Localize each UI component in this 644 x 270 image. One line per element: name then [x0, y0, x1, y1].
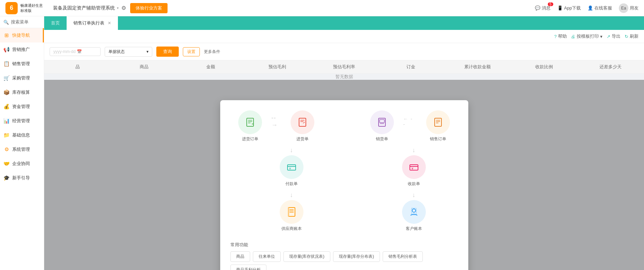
trial-button[interactable]: 体验行业方案: [130, 3, 168, 13]
sidebar-item-purchase[interactable]: 🛒 采购管理: [0, 71, 44, 85]
online-service-button[interactable]: 👤 在线客服: [588, 5, 612, 11]
flow-item-purchase-bill[interactable]: 进货单: [283, 110, 323, 142]
sales-order-icon: [426, 110, 450, 134]
flow-item-payment[interactable]: ¥ 付款单: [271, 155, 312, 187]
common-btn-product-margin[interactable]: 商品毛利分析: [230, 265, 266, 270]
col-est-margin: 预估毛利: [244, 64, 311, 70]
purchase-order-label: 进货订单: [242, 136, 258, 142]
no-data-message: 暂无数据: [44, 74, 644, 80]
common-buttons-row1: 商品 往来单位 现存量(库存状况表) 现存量(库存分布表) 销售毛利分析表 商品…: [230, 251, 458, 270]
modal-overlay[interactable]: 进货订单 - - → 进货单: [44, 80, 644, 270]
refresh-button[interactable]: ↻ 刷新: [625, 33, 639, 39]
sidebar-item-inventory[interactable]: 📦 库存核算: [0, 85, 44, 100]
tab-sales-exec[interactable]: 销售订单执行表 ✕: [67, 16, 118, 30]
col-product-thumb: 品: [44, 64, 111, 70]
sidebar-item-system[interactable]: ⚙ 系统管理: [0, 142, 44, 157]
base-info-icon: 📁: [3, 132, 10, 138]
svg-point-25: [412, 209, 416, 212]
set-button[interactable]: 设置: [183, 47, 200, 56]
operations-icon: 📊: [3, 118, 10, 124]
print-icon: 🖨: [571, 34, 575, 39]
sidebar-item-collab[interactable]: 🤝 企业协同: [0, 157, 44, 171]
app-download-button[interactable]: 📱 App下载: [557, 5, 581, 11]
svg-text:¥: ¥: [411, 167, 414, 170]
help-button[interactable]: ? 帮助: [554, 33, 567, 39]
marketing-icon: 📢: [3, 47, 10, 53]
payment-label: 付款单: [285, 181, 298, 187]
flow-item-sales-bill[interactable]: 销货单: [362, 110, 402, 142]
sidebar-item-operations[interactable]: 📊 经营管理: [0, 114, 44, 128]
print-button[interactable]: 🖨 按模板打印 ▾: [571, 33, 603, 39]
search-menu-button[interactable]: 🔍 搜索菜单: [0, 16, 44, 28]
flow-section: 进货订单 - - → 进货单: [230, 110, 458, 235]
logo-text: 畅康通好生意 标准版: [20, 3, 43, 13]
print-arrow-icon: ▾: [600, 34, 603, 39]
svg-rect-24: [288, 208, 289, 216]
main-content: 首页 销售订单执行表 ✕ ? 帮助 🖨 按模板打印 ▾: [44, 16, 644, 270]
sales-bill-label: 销货单: [376, 136, 388, 142]
avatar: Ea: [619, 3, 628, 13]
user-profile[interactable]: Ea 用友: [619, 3, 639, 13]
flow-item-receipt[interactable]: ¥ 收款单: [394, 155, 434, 187]
top-bar: 6 畅康通好生意 标准版 装备及固定资产辅助管理系统 ▾ ⚙ 体验行业方案 💬 …: [0, 0, 644, 16]
receipt-label: 收款单: [408, 181, 420, 187]
common-btn-product[interactable]: 商品: [230, 251, 250, 262]
supplier-ledger-label: 供应商账本: [281, 226, 302, 232]
sidebar-item-finance[interactable]: 💰 资金管理: [0, 100, 44, 114]
status-select[interactable]: 单据状态 ▾: [105, 47, 152, 57]
inventory-icon: 📦: [3, 89, 10, 95]
export-icon: ↗: [607, 34, 610, 39]
help-icon: ?: [554, 34, 557, 39]
tab-home[interactable]: 首页: [44, 16, 67, 30]
common-functions-section: 常用功能 商品 往来单位 现存量(库存状况表) 现存量(库存分布表) 销售毛利分…: [230, 242, 458, 270]
tab-close-icon[interactable]: ✕: [108, 21, 111, 25]
refresh-icon: ↻: [625, 34, 628, 39]
download-icon: 📱: [557, 5, 563, 11]
sales-bill-icon: [370, 110, 394, 134]
col-receipt-ratio: 收款比例: [511, 64, 577, 70]
payment-icon: ¥: [280, 155, 303, 179]
customer-ledger-label: 客户账本: [406, 226, 422, 232]
sidebar-item-base-info[interactable]: 📁 基础信息: [0, 128, 44, 142]
col-deposit: 订金: [378, 64, 444, 70]
sidebar-item-marketing[interactable]: 📢 营销推广: [0, 42, 44, 57]
message-button[interactable]: 💬 消息 5: [535, 5, 551, 11]
common-btn-sales-margin[interactable]: 销售毛利分析表: [383, 251, 423, 262]
supplier-ledger-icon: [280, 200, 303, 224]
flow-row-1: 进货订单 - - → 进货单: [230, 110, 458, 142]
system-name: 装备及固定资产辅助管理系统 ▾: [53, 5, 119, 11]
customer-ledger-icon: [402, 200, 426, 224]
flow-item-purchase-order[interactable]: 进货订单: [230, 110, 270, 142]
export-button[interactable]: ↗ 导出: [607, 33, 621, 39]
svg-text:¥: ¥: [289, 167, 291, 170]
flow-item-sales-order[interactable]: 销售订单: [418, 110, 458, 142]
sidebar: 🔍 搜索菜单 ⊞ 快捷导航 📢 营销推广 📋 销售管理 🛒 采购管理 📦: [0, 16, 44, 270]
arrow-down-receipt: ↓: [412, 192, 415, 199]
collab-icon: 🤝: [3, 161, 10, 167]
svg-rect-4: [299, 118, 306, 126]
arrow-down-payment: ↓: [290, 192, 293, 199]
sidebar-item-quick-guide[interactable]: ⊞ 快捷导航: [0, 28, 44, 42]
settings-icon[interactable]: ⚙: [121, 5, 126, 11]
flow-row-2: ↓ ¥ 付款单: [271, 145, 434, 187]
sales-order-label: 销售订单: [430, 136, 446, 142]
svg-rect-17: [410, 165, 418, 170]
date-input[interactable]: yyyy-mm-dd 📅: [50, 47, 101, 56]
sidebar-item-sales[interactable]: 📋 销售管理: [0, 57, 44, 71]
flow-item-customer-ledger[interactable]: 客户账本: [394, 200, 434, 232]
common-btn-stock-status[interactable]: 现存量(库存状况表): [283, 251, 330, 262]
purchase-icon: 🛒: [3, 75, 10, 81]
flow-item-supplier-ledger[interactable]: 供应商账本: [271, 200, 312, 232]
query-button[interactable]: 查询: [156, 47, 179, 57]
sales-icon: 📋: [3, 61, 10, 67]
arrow-purchase-to-bill: - - →: [270, 114, 282, 129]
dropdown-arrow-icon[interactable]: ▾: [117, 6, 119, 10]
sidebar-item-newbie[interactable]: 🎓 新手引导: [0, 171, 44, 185]
more-conditions-button[interactable]: 更多条件: [204, 49, 220, 55]
toolbar-right: ? 帮助 🖨 按模板打印 ▾ ↗ 导出 ↻ 刷新: [554, 33, 639, 39]
common-functions-title: 常用功能: [230, 242, 458, 248]
common-btn-stock-dist[interactable]: 现存量(库存分布表): [333, 251, 380, 262]
search-icon: 🔍: [3, 20, 9, 25]
common-btn-counterparty[interactable]: 往来单位: [253, 251, 281, 262]
svg-rect-14: [288, 165, 296, 170]
